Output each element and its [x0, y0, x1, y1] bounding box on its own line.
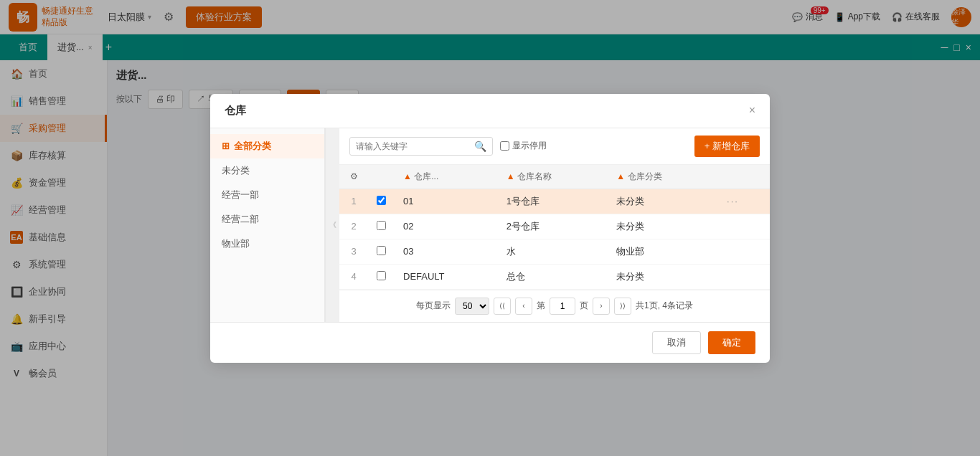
- row-checkbox-cell[interactable]: [368, 239, 395, 264]
- row-num: 4: [339, 264, 368, 289]
- row-name: 2号仓库: [498, 214, 608, 239]
- row-code: 01: [395, 189, 498, 214]
- per-page-select[interactable]: 50: [455, 298, 489, 315]
- warehouse-modal: 仓库 × ⊞ 全部分类 未分类 经营一部 经营二部: [210, 94, 770, 363]
- search-input[interactable]: [356, 141, 474, 151]
- col-actions: [718, 165, 770, 189]
- col-category: ▲ 仓库分类: [608, 165, 718, 189]
- row-checkbox-cell[interactable]: [368, 214, 395, 239]
- row-category: 未分类: [608, 214, 718, 239]
- row-checkbox[interactable]: [377, 196, 386, 205]
- row-name: 1号仓库: [498, 189, 608, 214]
- confirm-button[interactable]: 确定: [708, 331, 755, 354]
- page-label: 第: [537, 300, 545, 312]
- table-row[interactable]: 4 DEFAULT 总仓 未分类: [339, 264, 770, 289]
- modal-main: 🔍 显示停用 + 新增仓库 ⚙: [339, 128, 770, 322]
- row-code: 02: [395, 214, 498, 239]
- modal-toolbar: 🔍 显示停用 + 新增仓库: [339, 128, 770, 165]
- row-category: 物业部: [608, 239, 718, 264]
- row-name: 水: [498, 239, 608, 264]
- show-disabled-label[interactable]: 显示停用: [500, 140, 547, 152]
- table-row[interactable]: 1 01 1号仓库 未分类 ···: [339, 189, 770, 214]
- row-name: 总仓: [498, 264, 608, 289]
- row-num: 2: [339, 214, 368, 239]
- row-actions: [718, 214, 770, 239]
- modal-body: ⊞ 全部分类 未分类 经营一部 经营二部 物业部 《: [210, 128, 770, 322]
- row-actions: ···: [718, 189, 770, 214]
- row-checkbox[interactable]: [377, 271, 386, 280]
- row-actions: [718, 239, 770, 264]
- sidebar-collapse-button[interactable]: 《: [325, 128, 339, 322]
- modal-sidebar-uncategorized[interactable]: 未分类: [210, 158, 324, 183]
- add-warehouse-button[interactable]: + 新增仓库: [694, 136, 760, 157]
- row-checkbox-cell[interactable]: [368, 264, 395, 289]
- table-header-row: ⚙ ▲ 仓库... ▲ 仓库名称 ▲ 仓库分类: [339, 165, 770, 189]
- row-num: 3: [339, 239, 368, 264]
- row-category: 未分类: [608, 189, 718, 214]
- col-name: ▲ 仓库名称: [498, 165, 608, 189]
- modal-footer: 取消 确定: [210, 322, 770, 363]
- warehouse-table: ⚙ ▲ 仓库... ▲ 仓库名称 ▲ 仓库分类: [339, 165, 770, 290]
- search-icon: 🔍: [474, 141, 486, 152]
- row-checkbox[interactable]: [377, 246, 386, 255]
- row-num: 1: [339, 189, 368, 214]
- row-checkbox-cell[interactable]: [368, 189, 395, 214]
- col-code: ▲ 仓库...: [395, 165, 498, 189]
- grid-icon: ⊞: [222, 141, 230, 151]
- modal-overlay: 仓库 × ⊞ 全部分类 未分类 经营一部 经营二部: [0, 0, 980, 456]
- table-row[interactable]: 2 02 2号仓库 未分类: [339, 214, 770, 239]
- col-checkbox: [368, 165, 395, 189]
- modal-sidebar-dept2[interactable]: 经营二部: [210, 207, 324, 232]
- search-box: 🔍: [349, 137, 493, 156]
- pagination: 每页显示 50 ⟨⟨ ‹ 第 页 › ⟩⟩ 共1页, 4条记录: [339, 290, 770, 322]
- next-page-button[interactable]: ›: [593, 298, 610, 315]
- modal-title: 仓库: [225, 104, 246, 118]
- modal-sidebar-all[interactable]: ⊞ 全部分类: [210, 134, 324, 158]
- row-actions: [718, 264, 770, 289]
- row-code: DEFAULT: [395, 264, 498, 289]
- modal-sidebar-dept1[interactable]: 经营一部: [210, 183, 324, 207]
- modal-sidebar-property[interactable]: 物业部: [210, 232, 324, 256]
- row-category: 未分类: [608, 264, 718, 289]
- first-page-button[interactable]: ⟨⟨: [494, 298, 511, 315]
- modal-header: 仓库 ×: [210, 94, 770, 128]
- cancel-button[interactable]: 取消: [652, 331, 701, 354]
- table-row[interactable]: 3 03 水 物业部: [339, 239, 770, 264]
- row-code: 03: [395, 239, 498, 264]
- modal-category-sidebar: ⊞ 全部分类 未分类 经营一部 经营二部 物业部: [210, 128, 325, 322]
- prev-page-button[interactable]: ‹: [515, 298, 532, 315]
- col-settings: ⚙: [339, 165, 368, 189]
- row-checkbox[interactable]: [377, 221, 386, 230]
- show-disabled-checkbox[interactable]: [500, 141, 509, 151]
- page-number-input[interactable]: [550, 298, 575, 315]
- last-page-button[interactable]: ⟩⟩: [614, 298, 631, 315]
- modal-close-icon[interactable]: ×: [749, 104, 755, 117]
